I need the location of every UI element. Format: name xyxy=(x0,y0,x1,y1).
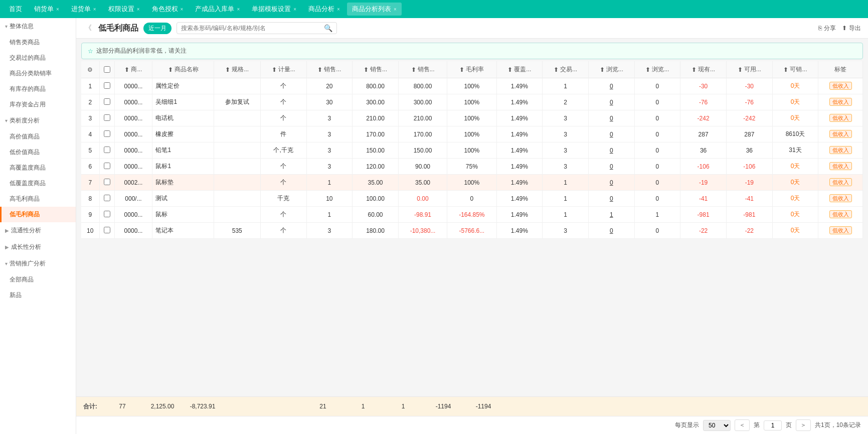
cell-sales-price: 150.00 xyxy=(353,142,399,159)
cell-transaction: 3 xyxy=(543,110,589,126)
sidebar-item-category-rate[interactable]: 商品分类助销率 xyxy=(0,66,76,81)
nav-template-settings[interactable]: 单据模板设置 × xyxy=(247,3,301,16)
row-checkbox[interactable] xyxy=(104,211,110,217)
row-checkbox[interactable] xyxy=(104,163,110,169)
browse1-link[interactable]: 0 xyxy=(610,83,613,90)
row-checkbox[interactable] xyxy=(104,147,110,153)
close-icon[interactable]: × xyxy=(293,7,296,12)
close-icon[interactable]: × xyxy=(337,7,340,12)
chevron-right-icon: ▶ xyxy=(5,228,9,233)
nav-product-analysis[interactable]: 商品分析 × xyxy=(303,3,345,16)
row-checkbox[interactable] xyxy=(104,227,110,233)
cell-code: 0000... xyxy=(114,159,152,175)
chevron-right-icon: ▶ xyxy=(5,244,9,250)
sidebar-item-sales-category[interactable]: 销售类商品 xyxy=(0,35,76,50)
prev-page-button[interactable]: ＜ xyxy=(735,419,750,431)
cell-transaction: 3 xyxy=(543,223,589,239)
cell-coverage: 1.49% xyxy=(496,126,543,142)
share-button[interactable]: ⎘ 分享 xyxy=(818,24,836,33)
browse1-link[interactable]: 0 xyxy=(610,227,613,234)
cell-transaction: 3 xyxy=(543,142,589,159)
sidebar-item-new-products[interactable]: 新品 xyxy=(0,287,76,303)
sidebar-group-marketing[interactable]: ▾ 营销推广分析 xyxy=(0,255,76,272)
nav-permission[interactable]: 权限设置 × xyxy=(103,3,145,16)
close-icon[interactable]: × xyxy=(137,7,140,12)
row-checkbox[interactable] xyxy=(104,195,110,201)
cell-sales-price: 180.00 xyxy=(353,223,399,239)
cell-code: 0000... xyxy=(114,126,152,142)
footer-sales-amount: -8,723.91 xyxy=(183,401,223,412)
sidebar-item-all-products[interactable]: 全部商品 xyxy=(0,272,76,287)
close-icon[interactable]: × xyxy=(237,7,240,12)
sidebar-item-low-coverage[interactable]: 低覆盖度商品 xyxy=(0,176,76,191)
browse1-link[interactable]: 0 xyxy=(610,179,613,186)
sidebar-group-growth[interactable]: ▶ 成长性分析 xyxy=(0,239,76,255)
sidebar-item-traded[interactable]: 交易过的商品 xyxy=(0,50,76,66)
cell-no: 2 xyxy=(81,94,99,110)
cell-saleable: 0天 xyxy=(772,78,818,94)
col-browse2: ⬆浏览... xyxy=(634,61,680,78)
sidebar-item-low-value[interactable]: 低价值商品 xyxy=(0,144,76,160)
row-checkbox[interactable] xyxy=(104,130,110,137)
sidebar-group-overall[interactable]: ▾ 整体信息 xyxy=(0,18,76,35)
export-button[interactable]: ⬆ 导出 xyxy=(842,24,861,33)
browse1-link[interactable]: 0 xyxy=(610,115,613,122)
sidebar-item-stocked[interactable]: 有库存的商品 xyxy=(0,81,76,97)
sidebar-group-liquidity[interactable]: ▶ 流通性分析 xyxy=(0,222,76,239)
sidebar-group-liquidity-label: 流通性分析 xyxy=(11,226,41,235)
col-tag: 标签 xyxy=(818,61,863,78)
cell-tag: 低收入 xyxy=(818,110,863,126)
col-sales-amount: ⬆销售... xyxy=(398,61,447,78)
chevron-down-icon: ▾ xyxy=(5,118,8,123)
sidebar-collapse-button[interactable]: 《 xyxy=(83,23,93,33)
cell-browse2: 0 xyxy=(634,159,680,175)
browse1-link[interactable]: 0 xyxy=(610,195,613,202)
browse1-link[interactable]: 0 xyxy=(610,163,613,170)
sidebar-item-high-coverage[interactable]: 高覆盖度商品 xyxy=(0,160,76,176)
row-checkbox[interactable] xyxy=(104,179,110,185)
select-all-checkbox[interactable] xyxy=(104,66,110,73)
cell-sales-amount: 90.00 xyxy=(398,159,447,175)
filter-recent-month-button[interactable]: 近一月 xyxy=(143,23,171,34)
col-spec: ⬆规格... xyxy=(214,61,260,78)
nav-product-warehouse[interactable]: 产成品入库单 × xyxy=(190,3,245,16)
sidebar-item-high-value[interactable]: 高价值商品 xyxy=(0,129,76,144)
current-page-input[interactable] xyxy=(764,420,782,430)
cell-no: 9 xyxy=(81,207,99,223)
nav-home[interactable]: 首页 xyxy=(4,3,27,16)
table-row: 4 0000... 橡皮擦 件 3 170.00 170.00 100% 1.4… xyxy=(81,126,863,142)
browse1-link[interactable]: 1 xyxy=(610,211,613,218)
nav-sales-order[interactable]: 销货单 × xyxy=(29,3,64,16)
close-icon[interactable]: × xyxy=(181,7,184,12)
sidebar-group-analysis[interactable]: ▾ 类析度分析 xyxy=(0,112,76,129)
nav-purchase-order[interactable]: 进货单 × xyxy=(66,3,101,16)
sidebar-item-high-profit[interactable]: 高毛利商品 xyxy=(0,191,76,207)
browse1-link[interactable]: 0 xyxy=(610,99,613,106)
sidebar-item-low-profit[interactable]: 低毛利商品 xyxy=(0,207,76,222)
row-checkbox[interactable] xyxy=(104,82,110,89)
browse1-link[interactable]: 0 xyxy=(610,131,613,138)
cell-saleable: 0天 xyxy=(772,191,818,207)
cell-available: -41 xyxy=(726,191,772,207)
close-icon[interactable]: × xyxy=(93,7,96,12)
close-icon[interactable]: × xyxy=(394,7,397,12)
nav-product-analysis-list[interactable]: 商品分析列表 × xyxy=(347,3,402,16)
close-icon[interactable]: × xyxy=(56,7,59,12)
cell-code: 0000... xyxy=(114,78,152,94)
row-checkbox[interactable] xyxy=(104,114,110,121)
cell-current-stock: 36 xyxy=(680,142,727,159)
next-page-button[interactable]: ＞ xyxy=(796,419,811,431)
cell-gross-rate: 100% xyxy=(447,126,496,142)
row-checkbox[interactable] xyxy=(104,98,110,105)
nav-role-auth[interactable]: 角色授权 × xyxy=(147,3,189,16)
search-input[interactable] xyxy=(181,25,324,32)
cell-unit: 个 xyxy=(260,159,306,175)
table-header-row: ⚙ ⬆商... ⬆商品名称 ⬆规格... ⬆计量... ⬆销售... ⬆销售..… xyxy=(81,61,863,78)
page-size-select[interactable]: 50 100 200 xyxy=(703,420,731,431)
browse1-link[interactable]: 0 xyxy=(610,147,613,154)
settings-icon[interactable]: ⚙ xyxy=(87,66,93,73)
content-header: 《 低毛利商品 近一月 🔍 ⎘ 分享 ⬆ 导出 xyxy=(76,18,868,39)
cell-browse2: 0 xyxy=(634,223,680,239)
sidebar-item-capital[interactable]: 库存资金占用 xyxy=(0,97,76,112)
cell-sales-qty: 20 xyxy=(306,78,353,94)
